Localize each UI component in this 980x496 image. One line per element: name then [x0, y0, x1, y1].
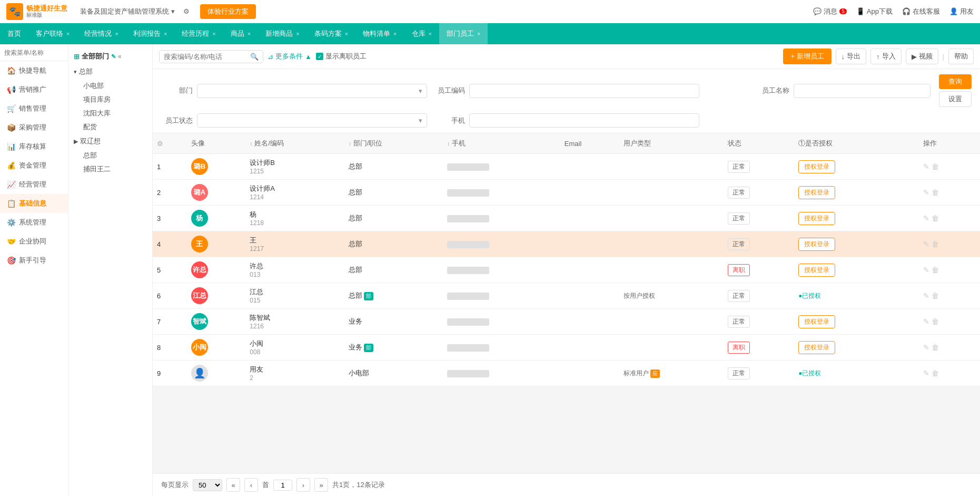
navtab-employees[interactable]: 部门员工×: [439, 23, 488, 44]
delete-btn-4[interactable]: 🗑: [932, 266, 939, 274]
export-button[interactable]: ↓ 导出: [836, 48, 867, 64]
download-btn[interactable]: 📱 App下载: [856, 7, 893, 16]
phone-input[interactable]: [469, 113, 699, 128]
sidebar-item-marketing[interactable]: 📢营销推广: [0, 80, 68, 99]
dept-shuangliao-title[interactable]: ▶双辽想: [72, 134, 149, 149]
navtab-home[interactable]: 首页: [0, 23, 28, 44]
first-page-btn[interactable]: «: [226, 478, 240, 492]
table-col-4[interactable]: ↕ 手机: [443, 133, 560, 154]
navtab-materials[interactable]: 物料清单×: [355, 23, 404, 44]
navtab-close-history[interactable]: ×: [212, 31, 215, 37]
edit-btn-8[interactable]: ✎: [923, 369, 929, 377]
edit-btn-4[interactable]: ✎: [923, 266, 929, 274]
auth-button-6[interactable]: 授权登录: [798, 315, 835, 328]
table-col-7[interactable]: 状态: [724, 133, 795, 154]
delete-btn-2[interactable]: 🗑: [932, 214, 939, 222]
dept-node-peihuo[interactable]: 配货: [72, 120, 149, 134]
sidebar-item-basic[interactable]: 📋基础信息: [0, 194, 68, 213]
dept-node-xiangmu[interactable]: 项目库房: [72, 93, 149, 106]
gear-icon[interactable]: ⚙: [179, 4, 194, 19]
empname-input[interactable]: [794, 84, 930, 98]
message-btn[interactable]: 💬 消息 5: [813, 7, 847, 16]
dept-collapse-icon[interactable]: «: [118, 53, 122, 60]
delete-btn-3[interactable]: 🗑: [932, 240, 939, 248]
page-number-input[interactable]: [273, 480, 292, 491]
search-icon[interactable]: 🔍: [250, 53, 259, 61]
last-page-btn[interactable]: »: [314, 478, 328, 492]
auth-button-2[interactable]: 授权登录: [798, 212, 835, 225]
sidebar-item-sales[interactable]: 🛒销售管理: [0, 99, 68, 118]
show-resigned-toggle[interactable]: ✓ 显示离职员工: [316, 52, 367, 61]
video-button[interactable]: ▶ 视频: [906, 48, 938, 64]
prev-page-btn[interactable]: ‹: [244, 478, 258, 492]
delete-btn-8[interactable]: 🗑: [932, 369, 939, 377]
delete-btn-1[interactable]: 🗑: [932, 188, 939, 197]
navtab-close-barcode[interactable]: ×: [345, 31, 348, 37]
delete-btn-5[interactable]: 🗑: [932, 291, 939, 300]
dept-tree-header[interactable]: ⊞ 全部部门 ✎ «: [68, 48, 152, 64]
add-employee-button[interactable]: + 新增员工: [783, 48, 831, 64]
sidebar-item-guide[interactable]: 🎯新手引导: [0, 251, 68, 270]
table-col-3[interactable]: ↕ 部门/职位: [344, 133, 443, 154]
delete-btn-6[interactable]: 🗑: [932, 317, 939, 326]
delete-btn-7[interactable]: 🗑: [932, 343, 939, 352]
table-col-2[interactable]: ↕ 姓名/编码: [245, 133, 344, 154]
dept-zongbu-title[interactable]: ▾总部: [72, 64, 149, 79]
navtab-close-finance[interactable]: ×: [115, 31, 118, 37]
navtab-newgoods[interactable]: 新增商品×: [258, 23, 306, 44]
edit-btn-7[interactable]: ✎: [923, 343, 929, 352]
edit-btn-0[interactable]: ✎: [923, 162, 929, 171]
sidebar-item-system[interactable]: ⚙️系统管理: [0, 213, 68, 232]
navtab-close-employees[interactable]: ×: [477, 31, 480, 37]
delete-btn-0[interactable]: 🗑: [932, 162, 939, 171]
sidebar-search-input[interactable]: [4, 49, 68, 56]
page-size-select[interactable]: 50100: [193, 479, 222, 491]
navtab-close-profit[interactable]: ×: [164, 31, 167, 37]
sidebar-item-purchase[interactable]: 📦采购管理: [0, 118, 68, 137]
dept-select[interactable]: ▾: [197, 84, 427, 98]
system-dropdown[interactable]: ▾: [171, 7, 175, 15]
auth-button-0[interactable]: 授权登录: [798, 160, 835, 173]
navtab-profit[interactable]: 利润报告×: [126, 23, 174, 44]
search-button[interactable]: 查询: [939, 74, 972, 89]
navtab-history[interactable]: 经营历程×: [174, 23, 223, 44]
navtab-customer[interactable]: 客户联络×: [28, 23, 77, 44]
edit-btn-5[interactable]: ✎: [923, 291, 929, 300]
table-col-6[interactable]: 用户类型: [619, 133, 723, 154]
trial-button[interactable]: 体验行业方案: [200, 4, 256, 19]
auth-button-1[interactable]: 授权登录: [798, 186, 835, 199]
show-resigned-checkbox[interactable]: ✓: [316, 53, 323, 60]
dept-node-xiaodiandbu[interactable]: 小电部: [72, 79, 149, 93]
user-menu[interactable]: 👤 用友: [949, 7, 974, 16]
edit-btn-3[interactable]: ✎: [923, 240, 929, 248]
setting-button[interactable]: 设置: [939, 91, 972, 107]
settings-icon[interactable]: ⚙: [157, 140, 163, 148]
dept-node-butianwang[interactable]: 捕田王二: [72, 162, 149, 176]
empcode-input[interactable]: [469, 84, 699, 98]
edit-btn-6[interactable]: ✎: [923, 317, 929, 326]
navtab-close-customer[interactable]: ×: [66, 31, 70, 37]
navtab-close-newgoods[interactable]: ×: [296, 31, 299, 37]
navtab-close-warehouse[interactable]: ×: [429, 31, 432, 37]
dept-node-zongbu2[interactable]: 总部: [72, 149, 149, 162]
auth-button-7[interactable]: 授权登录: [798, 341, 835, 354]
help-button[interactable]: 帮助: [948, 48, 974, 64]
dept-edit-icon[interactable]: ✎: [111, 53, 116, 60]
sidebar-item-finance[interactable]: 💰资金管理: [0, 156, 68, 175]
next-page-btn[interactable]: ›: [296, 478, 310, 492]
navtab-warehouse[interactable]: 仓库×: [404, 23, 439, 44]
navtab-close-materials[interactable]: ×: [393, 31, 397, 37]
dept-node-shenyang[interactable]: 沈阳大库: [72, 106, 149, 120]
sidebar-item-quick[interactable]: 🏠快捷导航: [0, 61, 68, 80]
navtab-goods[interactable]: 商品×: [223, 23, 258, 44]
search-input[interactable]: [164, 53, 248, 61]
navtab-finance[interactable]: 经营情况×: [77, 23, 125, 44]
sidebar-item-operations[interactable]: 📈经营管理: [0, 175, 68, 194]
more-filter-btn[interactable]: ⊿ 更多条件 ▲: [268, 52, 312, 61]
edit-btn-1[interactable]: ✎: [923, 188, 929, 197]
navtab-barcode[interactable]: 条码方案×: [307, 23, 355, 44]
status-select[interactable]: ▾: [197, 113, 427, 128]
import-button[interactable]: ↑ 导入: [870, 48, 902, 64]
table-col-5[interactable]: Email: [560, 133, 620, 154]
sidebar-item-enterprise[interactable]: 🤝企业协同: [0, 232, 68, 251]
